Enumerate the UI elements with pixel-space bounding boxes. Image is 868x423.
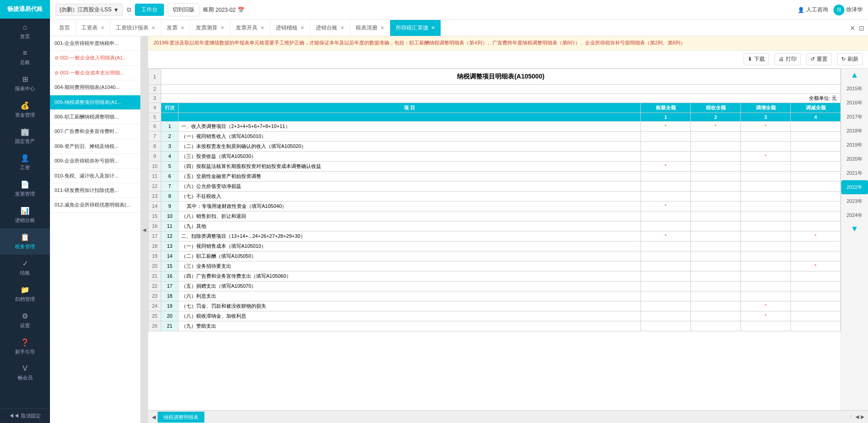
v4-5[interactable] bbox=[791, 161, 841, 171]
item-1[interactable]: 一、收入类调整项目（2+3+4+5+6+7+8+10+11） bbox=[179, 121, 641, 131]
tab-purchase-check[interactable]: 进销稽核✕ bbox=[270, 20, 310, 36]
v4-6[interactable] bbox=[791, 171, 841, 181]
left-item-003[interactable]: ⊘ 003-一般企业成本支出明细... bbox=[50, 66, 140, 80]
reset-button[interactable]: ↺ 重置 bbox=[806, 53, 832, 65]
year-2021[interactable]: 2021年 bbox=[841, 166, 868, 180]
item-19[interactable]: （七）罚金、罚款和被没收财物的损失 bbox=[179, 301, 641, 311]
v4-2[interactable] bbox=[791, 131, 841, 141]
sidebar-item-settings[interactable]: ⚙ 设置 bbox=[0, 307, 50, 334]
left-item-011[interactable]: 011-研发费用加计扣除优惠... bbox=[50, 183, 140, 198]
item-6[interactable]: （五）交易性金融资产初始投资调整 bbox=[179, 171, 641, 181]
v3-1[interactable]: * bbox=[741, 121, 791, 131]
v1-10[interactable] bbox=[641, 211, 691, 221]
year-2019[interactable]: 2019年 bbox=[841, 138, 868, 152]
v4-19[interactable] bbox=[791, 301, 841, 311]
left-item-006[interactable]: 006-职工薪酬纳税调整明细... bbox=[50, 110, 140, 124]
tab-close-salary-report[interactable]: ✕ bbox=[151, 25, 155, 31]
v4-17[interactable] bbox=[791, 281, 841, 291]
v4-7[interactable] bbox=[791, 181, 841, 191]
tab-tax-forms[interactable]: 税表清册✕ bbox=[350, 20, 390, 36]
v2-9[interactable] bbox=[691, 201, 741, 211]
tab-close-salary[interactable]: ✕ bbox=[100, 25, 104, 31]
tab-close-invoice[interactable]: ✕ bbox=[180, 25, 184, 31]
item-8[interactable]: （七）不征税收入 bbox=[179, 191, 641, 201]
v1-2[interactable] bbox=[641, 131, 691, 141]
v3-11[interactable] bbox=[741, 221, 791, 231]
item-13[interactable]: （一）视同销售成本（填写A105010） bbox=[179, 241, 641, 251]
v4-3[interactable] bbox=[791, 141, 841, 151]
v2-13[interactable] bbox=[691, 241, 741, 251]
company-selector[interactable]: (勿删）江西股业-LSS ▼ bbox=[55, 4, 123, 16]
tab-close-purchase-check[interactable]: ✕ bbox=[300, 25, 304, 31]
sheet-tab-tax-adjust[interactable]: 纳税调整明细表 bbox=[158, 412, 204, 423]
v2-21[interactable] bbox=[691, 321, 741, 331]
support-button[interactable]: 👤 人工咨询 bbox=[798, 6, 828, 14]
year-scroll-down[interactable]: ▼ bbox=[849, 222, 861, 236]
tab-salary-report[interactable]: 工资统计报表✕ bbox=[110, 20, 161, 36]
item-20[interactable]: （八）税收滞纳金、加收利息 bbox=[179, 311, 641, 321]
left-item-008[interactable]: 008-资产折旧、摊销及纳税... bbox=[50, 139, 140, 154]
year-2016[interactable]: 2016年 bbox=[841, 96, 868, 110]
v1-13[interactable] bbox=[641, 241, 691, 251]
tab-close-income-tax[interactable]: ✕ bbox=[431, 25, 435, 31]
v3-14[interactable] bbox=[741, 251, 791, 261]
sidebar-item-purchase[interactable]: 📊 进销台账 bbox=[0, 202, 50, 228]
left-item-010[interactable]: 010-免税、减计收入及加计... bbox=[50, 169, 140, 183]
refresh-button[interactable]: ↻ 刷新 bbox=[837, 53, 863, 65]
item-11[interactable]: （九）其他 bbox=[179, 221, 641, 231]
sheet-nav-left[interactable]: ◀ bbox=[152, 414, 156, 420]
restore-window-icon[interactable]: ⊡ bbox=[859, 25, 864, 32]
year-scroll-up[interactable]: ▲ bbox=[849, 69, 861, 82]
v3-10[interactable] bbox=[741, 211, 791, 221]
item-3[interactable]: （二）未按权责发生制原则确认的收入（填写A105020） bbox=[179, 141, 641, 151]
calendar-icon[interactable]: 📅 bbox=[238, 7, 244, 13]
v4-10[interactable] bbox=[791, 211, 841, 221]
v4-16[interactable] bbox=[791, 271, 841, 281]
year-2015[interactable]: 2015年 bbox=[841, 82, 868, 96]
v2-2[interactable] bbox=[691, 131, 741, 141]
v3-7[interactable] bbox=[741, 181, 791, 191]
v1-11[interactable] bbox=[641, 221, 691, 231]
tab-invoice-open[interactable]: 发票开具✕ bbox=[230, 20, 270, 36]
v1-14[interactable] bbox=[641, 251, 691, 261]
sidebar-item-invoice[interactable]: 📄 发票管理 bbox=[0, 176, 50, 202]
v4-13[interactable] bbox=[791, 241, 841, 251]
sidebar-item-assets[interactable]: 🏢 固定资产 bbox=[0, 123, 50, 149]
tab-invoice-calc[interactable]: 发票测算✕ bbox=[190, 20, 230, 36]
sidebar-item-report[interactable]: ⊞ 报表中心 bbox=[0, 70, 50, 97]
v1-12[interactable]: * bbox=[641, 231, 691, 241]
tab-close-purchase-ledger[interactable]: ✕ bbox=[340, 25, 344, 31]
v2-6[interactable] bbox=[691, 171, 741, 181]
v3-2[interactable] bbox=[741, 131, 791, 141]
print-button[interactable]: 🖨 打印 bbox=[774, 53, 801, 65]
v2-11[interactable] bbox=[691, 221, 741, 231]
item-17[interactable]: （五）捐赠支出（填写A105070） bbox=[179, 281, 641, 291]
left-collapse-button[interactable]: ◀ bbox=[141, 36, 148, 423]
v3-3[interactable] bbox=[741, 141, 791, 151]
v2-3[interactable] bbox=[691, 141, 741, 151]
v4-8[interactable] bbox=[791, 191, 841, 201]
v4-21[interactable] bbox=[791, 321, 841, 331]
left-item-009[interactable]: 009-企业所得税弥补亏损明... bbox=[50, 154, 140, 168]
sidebar-item-finance[interactable]: 💰 资金管理 bbox=[0, 97, 50, 123]
year-2018[interactable]: 2018年 bbox=[841, 124, 868, 138]
v4-14[interactable] bbox=[791, 251, 841, 261]
year-2022[interactable]: 2022年 bbox=[841, 180, 868, 194]
year-2023[interactable]: 2023年 bbox=[841, 194, 868, 208]
v1-7[interactable] bbox=[641, 181, 691, 191]
v4-1[interactable] bbox=[791, 121, 841, 131]
v2-20[interactable] bbox=[691, 311, 741, 321]
v1-1[interactable]: * bbox=[641, 121, 691, 131]
v4-11[interactable] bbox=[791, 221, 841, 231]
tab-home[interactable]: 首页 bbox=[54, 20, 76, 36]
sidebar-item-tax[interactable]: 📋 税务管理 bbox=[0, 228, 50, 255]
item-4[interactable]: （三）投资收益（填写A105030） bbox=[179, 151, 641, 161]
item-9[interactable]: 其中：专项用途财政性资金（填写A105040） bbox=[179, 201, 641, 211]
v3-13[interactable] bbox=[741, 241, 791, 251]
v3-5[interactable] bbox=[741, 161, 791, 171]
v1-9[interactable]: * bbox=[641, 201, 691, 211]
sidebar-item-member[interactable]: V 畅会员 bbox=[0, 360, 50, 386]
table-wrapper[interactable]: 1 纳税调整项目明细表(A105000) 2 3 全额单位 bbox=[148, 69, 841, 410]
v1-18[interactable] bbox=[641, 291, 691, 301]
left-item-005[interactable]: 005-纳税调整项目明细表(A1... bbox=[50, 95, 140, 110]
